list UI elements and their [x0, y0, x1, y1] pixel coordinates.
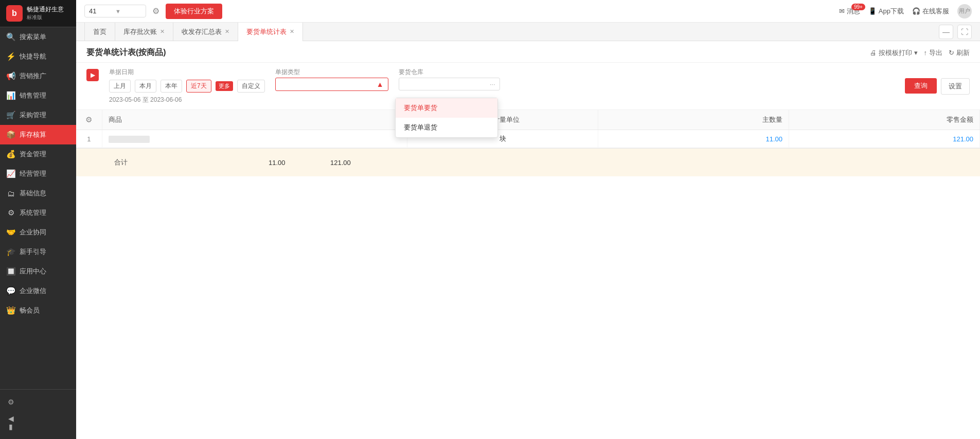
warehouse-filter-label: 要货仓库	[399, 68, 500, 77]
appcenter-icon: 🔲	[6, 267, 15, 276]
tab-fullscreen-button[interactable]: ⛶	[957, 25, 972, 39]
date-btn-this-month[interactable]: 本月	[135, 80, 156, 93]
date-more-tag[interactable]: 更多	[216, 81, 233, 91]
dropdown-item-return[interactable]: 要货单退货	[396, 118, 497, 137]
sidebar-item-label: 新手引导	[20, 247, 46, 257]
filter-expand-button[interactable]: ▶	[86, 69, 99, 81]
sidebar-item-label: 畅会员	[20, 306, 40, 315]
sidebar-item-member[interactable]: 👑 畅会员	[0, 301, 76, 320]
type-filter-input-wrap: ▲	[275, 78, 388, 91]
date-btn-this-year[interactable]: 本年	[161, 80, 182, 93]
page-container: 要货单统计表(按商品) 🖨 按模板打印 ▾ ↑ 导出 ↻ 刷新	[76, 41, 980, 439]
date-btn-7days[interactable]: 近7天	[186, 80, 211, 93]
company-selector[interactable]: 41 ▼	[84, 5, 146, 17]
chevron-down-icon: ▼	[115, 8, 141, 14]
avatar-placeholder: 用户	[959, 7, 970, 15]
sidebar-item-quicknav[interactable]: ⚡ 快捷导航	[0, 47, 76, 66]
online-service-item[interactable]: 🎧 在线客服	[912, 7, 949, 16]
service-icon: 🎧	[912, 7, 920, 15]
sidebar-item-finance[interactable]: 💰 资金管理	[0, 144, 76, 164]
tab-order-stats[interactable]: 要货单统计表 ✕	[238, 23, 303, 41]
sidebar-item-label: 资金管理	[20, 150, 46, 159]
row-index: 1	[76, 130, 102, 148]
export-label: 导出	[929, 48, 942, 58]
sidebar-item-search[interactable]: 🔍 搜索菜单	[0, 27, 76, 47]
row-qty: 11.00	[598, 130, 789, 148]
sidebar-item-system[interactable]: ⚙ 系统管理	[0, 203, 76, 223]
sidebar-item-enterprise[interactable]: 🤝 企业协同	[0, 223, 76, 242]
footer-qty: 11.00	[262, 155, 324, 171]
tab-receivable[interactable]: 收发存汇总表 ✕	[173, 23, 238, 41]
tab-receivable-close[interactable]: ✕	[225, 28, 229, 35]
col-settings-header[interactable]: ⚙	[76, 110, 102, 130]
type-filter-label: 单据类型	[275, 68, 388, 77]
main-area: 41 ▼ ⚙ 体验行业方案 ✉ 消息 99+ 📱 App下载 🎧 在线客服 用户	[76, 0, 980, 439]
date-btn-custom[interactable]: 自定义	[237, 80, 265, 93]
warehouse-more-icon[interactable]: ···	[490, 80, 495, 88]
search-icon: 🔍	[6, 32, 15, 42]
tab-home[interactable]: 首页	[84, 23, 115, 41]
sidebar-item-guide[interactable]: 🎓 新手引导	[0, 242, 76, 262]
tab-order-stats-close[interactable]: ✕	[290, 28, 294, 35]
type-filter-input[interactable]	[280, 81, 377, 88]
tab-minimize-button[interactable]: —	[939, 25, 953, 39]
operations-icon: 📈	[6, 169, 15, 178]
sidebar-item-label: 企业协同	[20, 228, 46, 237]
system-icon: ⚙	[6, 208, 15, 217]
basic-icon: 🗂	[6, 189, 15, 198]
tab-inventory-batch[interactable]: 库存批次账 ✕	[115, 23, 173, 41]
sidebar-item-basic[interactable]: 🗂 基础信息	[0, 184, 76, 203]
tab-inventory-batch-close[interactable]: ✕	[160, 28, 165, 35]
row-product	[102, 130, 407, 148]
sidebar-item-operations[interactable]: 📈 经营管理	[0, 164, 76, 184]
col-product-header: 商品	[102, 110, 407, 130]
query-button[interactable]: 查询	[905, 78, 937, 94]
tab-actions: — ⛶	[939, 25, 972, 39]
settings-icon: ⚙	[6, 398, 15, 406]
qty-link[interactable]: 11.00	[765, 135, 782, 143]
date-filter-group: 单据日期 上月 本月 本年 近7天 更多 自定义 2023-05-06 至 20…	[109, 68, 265, 104]
topbar-right: ✉ 消息 99+ 📱 App下载 🎧 在线客服 用户	[839, 4, 972, 19]
sidebar-item-wechat[interactable]: 💬 企业微信	[0, 281, 76, 301]
sidebar-item-purchase[interactable]: 🛒 采购管理	[0, 105, 76, 125]
guide-icon: 🎓	[6, 247, 15, 257]
page-header-actions: 🖨 按模板打印 ▾ ↑ 导出 ↻ 刷新	[870, 48, 970, 58]
app-download-item[interactable]: 📱 App下载	[868, 7, 904, 16]
sidebar-item-inventory[interactable]: 📦 库存核算	[0, 125, 76, 144]
online-service-label: 在线客服	[922, 7, 949, 16]
sidebar-bottom-collapse[interactable]: ◀ ▮	[0, 410, 76, 435]
messages-item[interactable]: ✉ 消息 99+	[839, 7, 860, 16]
dropdown-item-order[interactable]: 要货单要货	[396, 98, 497, 118]
sidebar-item-sales[interactable]: 📊 销售管理	[0, 86, 76, 105]
export-action[interactable]: ↑ 导出	[924, 48, 943, 58]
sidebar-item-label: 库存核算	[20, 130, 46, 139]
collapse-icon: ◀ ▮	[6, 414, 15, 431]
print-action[interactable]: 🖨 按模板打印 ▾	[870, 48, 918, 58]
table-settings-icon[interactable]: ⚙	[85, 115, 92, 124]
tabbar: 首页 库存批次账 ✕ 收发存汇总表 ✕ 要货单统计表 ✕ — ⛶	[76, 23, 980, 41]
sidebar-item-label: 应用中心	[20, 267, 46, 276]
amount-link[interactable]: 121.00	[953, 135, 973, 143]
filter-settings-button[interactable]: 设置	[941, 78, 970, 95]
user-avatar[interactable]: 用户	[957, 4, 972, 19]
print-icon: 🖨	[870, 49, 877, 57]
type-filter-arrow-icon[interactable]: ▲	[377, 80, 384, 88]
sidebar-item-appcenter[interactable]: 🔲 应用中心	[0, 262, 76, 281]
date-btn-prev-month[interactable]: 上月	[109, 80, 131, 93]
app-download-label: App下载	[879, 7, 904, 16]
member-icon: 👑	[6, 306, 15, 315]
table-wrap: ⚙ 商品 主计量单位 主数量 零	[76, 110, 980, 176]
sidebar-item-marketing[interactable]: 📢 营销推广	[0, 66, 76, 86]
refresh-label: 刷新	[956, 48, 970, 58]
sidebar-bottom-settings[interactable]: ⚙	[0, 394, 76, 410]
logo-brand: 畅捷通好生意	[27, 6, 64, 14]
print-expand-icon: ▾	[914, 49, 918, 57]
product-placeholder	[109, 136, 150, 143]
topbar-gear-icon[interactable]: ⚙	[152, 6, 159, 16]
sales-icon: 📊	[6, 91, 15, 100]
refresh-action[interactable]: ↻ 刷新	[949, 48, 970, 58]
wechat-icon: 💬	[6, 286, 15, 296]
sidebar-item-label: 基础信息	[20, 189, 46, 198]
trial-button[interactable]: 体验行业方案	[166, 4, 222, 19]
warehouse-filter-input[interactable]	[403, 80, 490, 88]
